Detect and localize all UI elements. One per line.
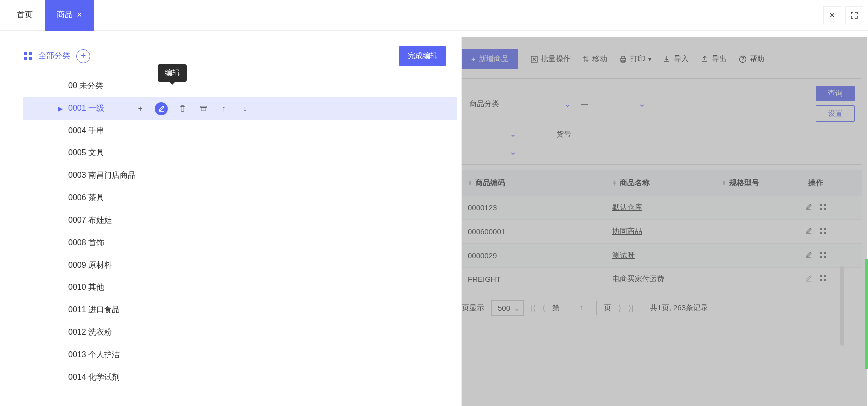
edit-icon[interactable] — [155, 102, 168, 115]
category-label: 0005 文具 — [68, 148, 104, 158]
scrollbar-thumb[interactable] — [840, 266, 844, 346]
move-up-icon[interactable]: ↑ — [217, 102, 230, 115]
category-label: 0004 手串 — [68, 126, 104, 136]
category-item[interactable]: 0009 原材料 — [23, 254, 457, 276]
category-edit-panel: 全部分类 + 完成编辑 编辑 00 未分类▶0001 一级+↑↓0004 手串0… — [14, 37, 462, 406]
caret-right-icon[interactable]: ▶ — [58, 105, 63, 112]
svg-rect-2 — [24, 57, 27, 60]
fullscreen-icon[interactable] — [845, 6, 863, 24]
category-item[interactable]: 0012 洗衣粉 — [23, 321, 457, 344]
category-item[interactable]: 0006 茶具 — [23, 187, 457, 209]
category-item[interactable]: 0011 进口食品 — [23, 299, 457, 321]
category-tree[interactable]: 00 未分类▶0001 一级+↑↓0004 手串0005 文具0003 南昌门店… — [23, 75, 461, 395]
category-item[interactable]: 00 未分类 — [23, 75, 457, 97]
category-label: 0014 化学试剂 — [68, 372, 120, 383]
svg-rect-0 — [24, 52, 27, 55]
category-item[interactable]: 0013 个人护洁 — [23, 344, 457, 366]
all-categories-link[interactable]: 全部分类 — [38, 51, 70, 61]
category-label: 0007 布娃娃 — [68, 215, 112, 226]
close-icon[interactable]: × — [77, 10, 82, 20]
delete-icon[interactable] — [176, 102, 189, 115]
finish-edit-button[interactable]: 完成编辑 — [399, 46, 446, 66]
svg-rect-3 — [29, 57, 32, 60]
grid-icon — [23, 52, 32, 61]
category-label: 0008 首饰 — [68, 238, 104, 248]
category-label: 0003 南昌门店商品 — [68, 170, 136, 181]
add-category-button[interactable]: + — [76, 49, 90, 63]
category-item[interactable]: 0007 布娃娃 — [23, 209, 457, 232]
move-down-icon[interactable]: ↓ — [238, 102, 251, 115]
add-child-icon[interactable]: + — [134, 102, 147, 115]
archive-icon[interactable] — [197, 102, 210, 115]
category-item[interactable]: 0008 首饰 — [23, 232, 457, 254]
close-all-icon[interactable]: ✕ — [823, 6, 841, 24]
category-item[interactable]: ▶0001 一级+↑↓ — [23, 97, 457, 120]
edit-tooltip: 编辑 — [158, 64, 187, 82]
svg-rect-1 — [29, 52, 32, 55]
modal-overlay — [462, 37, 867, 406]
category-label: 0011 进口食品 — [68, 305, 120, 315]
category-label: 0012 洗衣粉 — [68, 327, 112, 338]
category-item[interactable]: 0014 化学试剂 — [23, 366, 457, 389]
category-item[interactable]: 0010 其他 — [23, 276, 457, 299]
edge-indicator — [865, 259, 868, 369]
tab-home[interactable]: 首页 — [5, 0, 45, 31]
tab-product[interactable]: 商品 × — [45, 0, 94, 31]
category-label: 0006 茶具 — [68, 193, 104, 203]
category-label: 0010 其他 — [68, 282, 104, 293]
category-label: 0013 个人护洁 — [68, 350, 120, 360]
category-item[interactable]: 0003 南昌门店商品 — [23, 164, 457, 187]
category-label: 0001 一级 — [68, 103, 104, 114]
tab-bar: 首页 商品 × ✕ — [0, 0, 868, 31]
category-label: 00 未分类 — [68, 81, 103, 91]
category-item[interactable]: 0005 文具 — [23, 142, 457, 164]
category-item[interactable]: 0004 手串 — [23, 120, 457, 142]
category-label: 0009 原材料 — [68, 260, 112, 271]
